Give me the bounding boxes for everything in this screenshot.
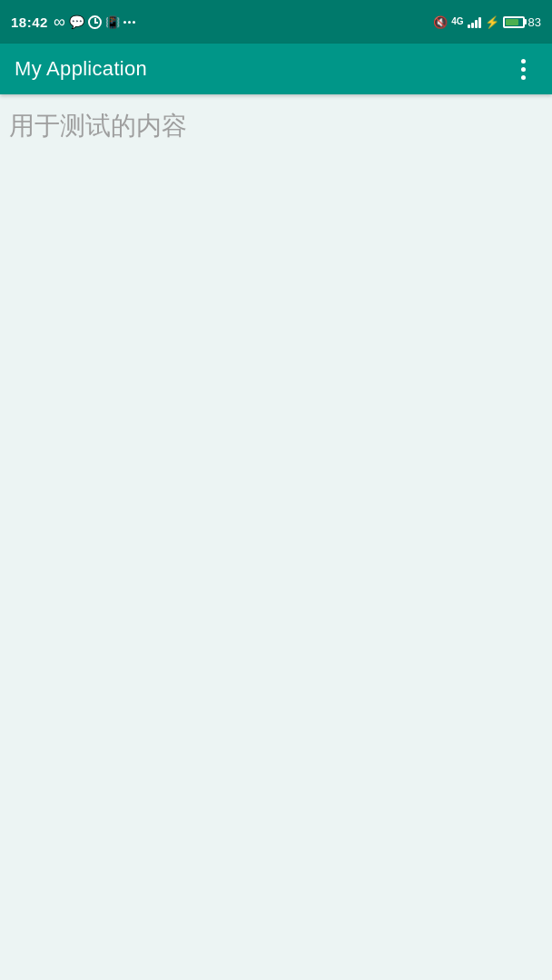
overflow-dots-icon [123, 21, 135, 24]
charging-icon: ⚡ [485, 15, 499, 29]
battery-body [503, 16, 525, 28]
phone-vibrate-icon: 📳 [105, 15, 120, 29]
chat-icon: 💬 [69, 15, 84, 29]
menu-dot-3 [521, 75, 526, 80]
battery-fill [506, 19, 518, 25]
app-title: My Application [15, 57, 147, 81]
menu-dot-2 [521, 67, 526, 72]
status-bar-left: 18:42 ∞ 💬 📳 [11, 13, 135, 32]
body-text: 用于测试的内容 [9, 112, 187, 140]
battery-icon: 83 [503, 15, 541, 29]
more-options-button[interactable] [508, 54, 537, 83]
status-time: 18:42 [11, 15, 48, 30]
app-toolbar: My Application [0, 44, 552, 94]
menu-dot-1 [521, 59, 526, 64]
mute-icon: 🔇 [433, 15, 448, 29]
infinity-icon: ∞ [54, 13, 65, 32]
status-bar: 18:42 ∞ 💬 📳 🔇 4G ⚡ [0, 0, 552, 44]
status-icons: ∞ 💬 📳 [54, 13, 135, 32]
main-content: 用于测试的内容 [0, 94, 552, 158]
signal-strength-icon [468, 15, 481, 28]
network-4g-label: 4G [451, 17, 463, 26]
status-bar-right: 🔇 4G ⚡ 83 [433, 15, 541, 29]
battery-percent: 83 [528, 15, 541, 29]
clock-icon [88, 15, 102, 29]
